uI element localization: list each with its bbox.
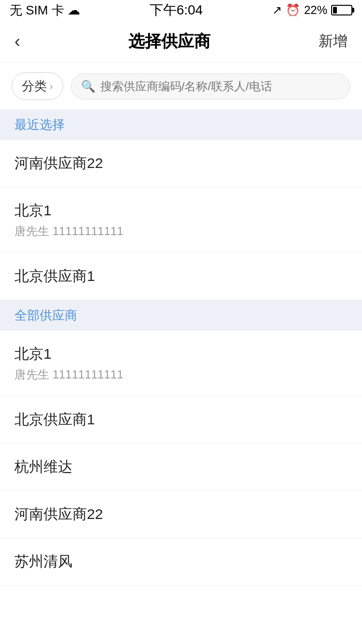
status-left: 无 SIM 卡 ☁ bbox=[10, 2, 80, 19]
list-item[interactable]: 北京1唐先生 11111111111 bbox=[0, 187, 362, 253]
status-bar: 无 SIM 卡 ☁ 下午6:04 ↗ ⏰ 22% bbox=[0, 0, 362, 20]
list-item[interactable]: 杭州维达 bbox=[0, 444, 362, 491]
category-label: 分类 bbox=[22, 78, 47, 95]
location-icon: ↗ bbox=[272, 3, 282, 17]
list-item[interactable]: 河南供应商22 bbox=[0, 140, 362, 187]
search-box[interactable]: 🔍 bbox=[71, 73, 350, 99]
item-name: 北京供应商1 bbox=[14, 410, 348, 430]
filter-bar: 分类 › 🔍 bbox=[0, 63, 362, 110]
list-item[interactable]: 北京供应商1 bbox=[0, 396, 362, 444]
nav-bar: ‹ 选择供应商 新增 bbox=[0, 20, 362, 63]
list-item[interactable]: 北京1唐先生 11111111111 bbox=[0, 331, 362, 396]
list-item[interactable]: 河南供应商22 bbox=[0, 491, 362, 538]
item-name: 河南供应商22 bbox=[14, 154, 348, 173]
recent-list: 河南供应商22北京1唐先生 11111111111北京供应商1 bbox=[0, 140, 362, 300]
item-sub: 唐先生 11111111111 bbox=[14, 367, 348, 382]
status-time: 下午6:04 bbox=[150, 1, 203, 19]
search-icon: 🔍 bbox=[81, 80, 96, 93]
list-item[interactable]: 苏州清风 bbox=[0, 538, 362, 586]
category-button[interactable]: 分类 › bbox=[12, 72, 63, 100]
list-item[interactable]: 北京供应商1 bbox=[0, 253, 362, 300]
all-list: 北京1唐先生 11111111111北京供应商1杭州维达河南供应商22苏州清风 bbox=[0, 331, 362, 586]
add-button[interactable]: 新增 bbox=[319, 31, 348, 51]
item-sub: 唐先生 11111111111 bbox=[14, 224, 348, 239]
battery-icon bbox=[331, 5, 352, 15]
recent-section-header: 最近选择 bbox=[0, 110, 362, 140]
item-name: 杭州维达 bbox=[14, 457, 348, 477]
item-name: 北京1 bbox=[14, 201, 348, 221]
chevron-icon: › bbox=[50, 81, 53, 92]
page-title: 选择供应商 bbox=[128, 30, 210, 53]
search-input[interactable] bbox=[100, 80, 340, 93]
battery-percent: 22% bbox=[304, 3, 327, 17]
alarm-icon: ⏰ bbox=[286, 3, 300, 17]
status-right: ↗ ⏰ 22% bbox=[272, 3, 352, 17]
item-name: 河南供应商22 bbox=[14, 504, 348, 524]
all-section-header: 全部供应商 bbox=[0, 300, 362, 331]
all-section-label: 全部供应商 bbox=[14, 308, 77, 322]
item-name: 苏州清风 bbox=[14, 552, 348, 572]
back-button[interactable]: ‹ bbox=[14, 31, 20, 52]
item-name: 北京供应商1 bbox=[14, 266, 348, 286]
item-name: 北京1 bbox=[14, 344, 348, 364]
recent-section-label: 最近选择 bbox=[14, 117, 65, 132]
battery-fill bbox=[333, 7, 337, 14]
